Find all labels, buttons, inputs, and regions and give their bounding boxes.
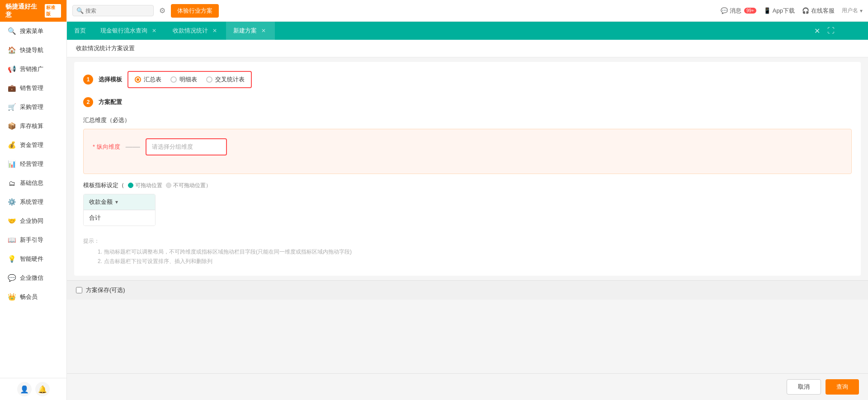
radio-summary-label: 汇总表 xyxy=(144,75,161,84)
chevron-down-icon: ▾ xyxy=(860,8,863,14)
sidebar-item-wechat[interactable]: 💬 企业微信 xyxy=(0,268,66,287)
sidebar-item-hardware[interactable]: 💡 智能硬件 xyxy=(0,249,66,268)
sidebar-item-label: 营销推广 xyxy=(20,65,43,73)
download-label: App下载 xyxy=(773,7,795,15)
sidebar-item-guide[interactable]: 📖 新手引导 xyxy=(0,231,66,249)
radio-detail[interactable]: 明细表 xyxy=(170,75,197,84)
radio-cross[interactable]: 交叉统计表 xyxy=(206,75,245,84)
movable-dot-inactive xyxy=(166,183,171,188)
dimension-arrow: —— xyxy=(126,143,140,151)
sidebar-item-home[interactable]: 🏠 快捷导航 xyxy=(0,41,66,60)
dimension-row: * 纵向维度 —— 请选择分组维度 xyxy=(93,138,842,155)
search-icon: 🔍 xyxy=(7,27,16,35)
step2-label: 方案配置 xyxy=(99,98,122,106)
topbar: 🔍 ⚙ 体验行业方案 💬 消息 99+ 📱 App下载 🎧 在线客服 用户名 ▾ xyxy=(67,0,868,22)
sidebar-item-label: 企业协同 xyxy=(20,217,43,225)
sidebar-item-search[interactable]: 🔍 搜索菜单 xyxy=(0,22,66,41)
query-button[interactable]: 查询 xyxy=(826,379,859,395)
user-area[interactable]: 用户名 ▾ xyxy=(842,7,863,14)
message-btn[interactable]: 💬 消息 99+ xyxy=(721,7,756,15)
basic-info-icon: 🗂 xyxy=(7,179,16,187)
sidebar-item-label: 畅会员 xyxy=(20,293,38,301)
sidebar-item-basic-info[interactable]: 🗂 基础信息 xyxy=(0,174,66,193)
sidebar-item-purchase[interactable]: 🛒 采购管理 xyxy=(0,98,66,117)
cancel-button[interactable]: 取消 xyxy=(787,379,821,395)
sidebar-item-sales[interactable]: 💼 销售管理 xyxy=(0,79,66,98)
sidebar: 畅捷通好生意 标准版 🔍 搜索菜单 🏠 快捷导航 📢 营销推广 💼 销售管理 🛒… xyxy=(0,0,67,400)
dimension-title: 汇总维度（必选） xyxy=(83,116,852,124)
dimension-select-placeholder: 请选择分组维度 xyxy=(152,143,193,150)
tab-bank-flow-close[interactable]: ✕ xyxy=(150,27,158,35)
tabbar: 首页 现金银行流水查询 ✕ 收款情况统计 ✕ 新建方案 ✕ ✕ ⛶ xyxy=(67,22,868,40)
tab-bank-flow-label: 现金银行流水查询 xyxy=(100,27,147,35)
sidebar-bottom-btn1[interactable]: 👤 xyxy=(17,382,32,396)
tab-home[interactable]: 首页 xyxy=(67,22,93,40)
sidebar-item-enterprise[interactable]: 🤝 企业协同 xyxy=(0,212,66,231)
indicator-total-text: 合计 xyxy=(89,214,101,221)
sidebar-bottom-btn2[interactable]: 🔔 xyxy=(35,382,50,396)
unmovable-tag: 不可拖动位置） xyxy=(166,182,211,189)
sidebar-item-label: 销售管理 xyxy=(20,84,43,92)
tab-maximize-icon[interactable]: ⛶ xyxy=(825,25,837,37)
tab-receipts[interactable]: 收款情况统计 ✕ xyxy=(165,22,226,40)
sidebar-item-inventory[interactable]: 📦 库存核算 xyxy=(0,117,66,136)
search-input[interactable] xyxy=(85,8,149,14)
system-icon: ⚙️ xyxy=(7,198,16,206)
settings-icon[interactable]: ⚙ xyxy=(157,5,167,17)
message-badge: 99+ xyxy=(744,8,756,14)
home-icon: 🏠 xyxy=(7,46,16,54)
tab-new-plan-close[interactable]: ✕ xyxy=(259,27,268,35)
radio-summary[interactable]: 汇总表 xyxy=(135,75,161,84)
radio-summary-circle xyxy=(135,76,141,83)
sidebar-item-marketing[interactable]: 📢 营销推广 xyxy=(0,60,66,79)
step2-number: 2 xyxy=(83,97,93,107)
logo-text: 畅捷通好生意 xyxy=(5,3,43,19)
sidebar-logo: 畅捷通好生意 标准版 xyxy=(0,0,66,22)
vertical-dim-label: * 纵向维度 xyxy=(93,143,120,151)
finance-icon: 💰 xyxy=(7,141,16,149)
download-icon: 📱 xyxy=(764,7,771,14)
wechat-icon: 💬 xyxy=(7,274,16,282)
sidebar-item-label: 新手引导 xyxy=(20,236,43,244)
sidebar-item-member[interactable]: 👑 畅会员 xyxy=(0,287,66,306)
footer: 取消 查询 xyxy=(67,373,868,400)
tab-close-all-icon[interactable]: ✕ xyxy=(811,25,823,37)
tabbar-actions: ✕ ⛶ xyxy=(811,22,841,40)
dimension-area: * 纵向维度 —— 请选择分组维度 xyxy=(83,129,852,174)
save-checkbox[interactable] xyxy=(76,287,82,293)
indicator-table-header: 收款金额 ▾ xyxy=(84,194,155,210)
download-btn[interactable]: 📱 App下载 xyxy=(764,7,795,15)
movable-tag: 可拖动位置 xyxy=(128,182,162,189)
dimension-select[interactable]: 请选择分组维度 xyxy=(146,138,227,155)
message-label: 消息 xyxy=(730,7,741,15)
indicator-header-text: 收款金额 xyxy=(89,198,113,206)
content-area: 收款情况统计方案设置 1 选择模板 汇总表 明细表 xyxy=(67,40,868,373)
sidebar-item-label: 库存核算 xyxy=(20,122,43,130)
tab-bank-flow[interactable]: 现金银行流水查询 ✕ xyxy=(93,22,165,40)
topbar-right: 💬 消息 99+ 📱 App下载 🎧 在线客服 用户名 ▾ xyxy=(721,7,863,15)
form-section: 1 选择模板 汇总表 明细表 交叉统计表 xyxy=(74,62,861,276)
search-box[interactable]: 🔍 xyxy=(72,5,154,16)
chevron-down-icon[interactable]: ▾ xyxy=(115,199,118,205)
tab-receipts-close[interactable]: ✕ xyxy=(211,27,219,35)
sidebar-item-label: 智能硬件 xyxy=(20,255,43,263)
industry-button[interactable]: 体验行业方案 xyxy=(171,4,219,18)
logo-badge: 标准版 xyxy=(45,4,61,18)
radio-detail-circle xyxy=(170,76,177,83)
indicator-title: 模板指标设定（ xyxy=(83,181,124,189)
sidebar-item-management[interactable]: 📊 经营管理 xyxy=(0,155,66,174)
service-label: 在线客服 xyxy=(811,7,835,15)
enterprise-icon: 🤝 xyxy=(7,217,16,225)
tab-new-plan[interactable]: 新建方案 ✕ xyxy=(226,22,275,40)
radio-cross-circle xyxy=(206,76,212,83)
sidebar-item-finance[interactable]: 💰 资金管理 xyxy=(0,136,66,155)
sidebar-item-label: 快捷导航 xyxy=(20,46,43,54)
sidebar-item-system[interactable]: ⚙️ 系统管理 xyxy=(0,193,66,212)
indicator-table-total: 合计 xyxy=(84,210,155,226)
message-icon: 💬 xyxy=(721,7,728,14)
radio-detail-label: 明细表 xyxy=(179,75,197,84)
search-icon: 🔍 xyxy=(76,7,84,14)
step1-label: 选择模板 xyxy=(99,75,122,84)
service-btn[interactable]: 🎧 在线客服 xyxy=(802,7,835,15)
indicator-table: 收款金额 ▾ 合计 xyxy=(83,194,156,226)
